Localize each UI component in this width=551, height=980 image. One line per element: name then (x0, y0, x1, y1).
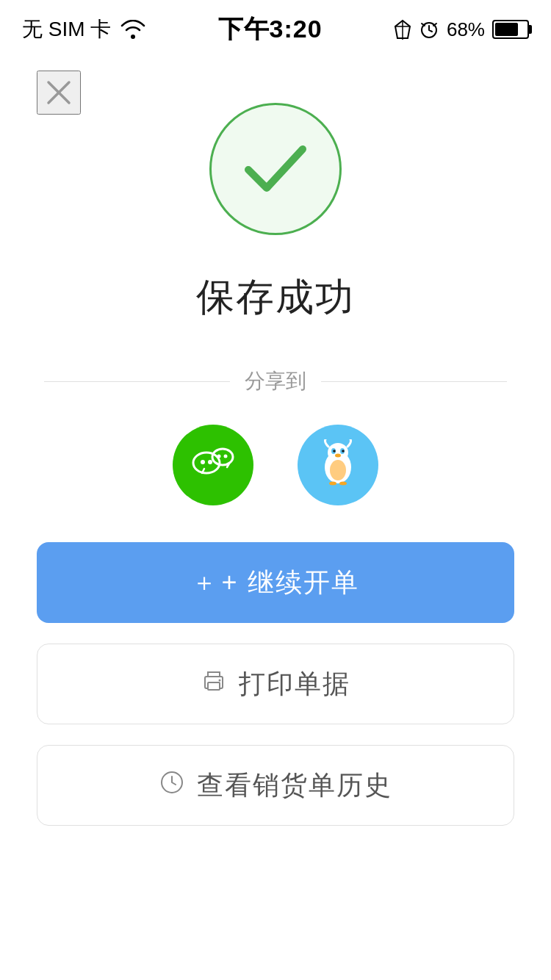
share-section: 分享到 (0, 367, 551, 505)
carrier-text: 无 SIM 卡 (22, 15, 111, 43)
svg-point-6 (208, 460, 212, 464)
wechat-icon (187, 439, 239, 491)
history-button[interactable]: 查看销货单历史 (37, 745, 514, 826)
close-button[interactable] (37, 71, 81, 115)
svg-point-15 (335, 454, 341, 458)
wechat-share-button[interactable] (173, 425, 253, 505)
print-button[interactable]: 打印单据 (37, 644, 514, 724)
qq-share-button[interactable] (298, 425, 378, 505)
divider-right (321, 381, 507, 382)
battery-icon (492, 20, 529, 39)
print-label: 打印单据 (239, 666, 350, 702)
battery-percentage: 68% (447, 18, 485, 41)
clock-icon-svg (159, 769, 185, 796)
success-title: 保存成功 (196, 272, 355, 323)
actions-section: ＋ + 继续开单 打印单据 查看销货单历 (0, 542, 551, 826)
close-icon (43, 76, 75, 109)
divider-left (44, 381, 230, 382)
continue-button[interactable]: ＋ + 继续开单 (37, 542, 514, 623)
svg-point-21 (219, 680, 221, 682)
svg-rect-20 (208, 682, 220, 690)
success-circle (209, 103, 342, 235)
printer-icon (201, 668, 227, 700)
svg-point-17 (329, 482, 336, 486)
history-label: 查看销货单历史 (197, 768, 392, 804)
main-content: 保存成功 分享到 (0, 59, 551, 826)
location-icon (394, 19, 411, 40)
divider-row: 分享到 (0, 367, 551, 395)
status-time: 下午3:20 (218, 12, 323, 46)
plus-icon: ＋ (192, 566, 217, 599)
svg-point-16 (330, 460, 346, 480)
svg-point-14 (342, 450, 345, 453)
svg-point-10 (328, 443, 348, 462)
status-right: 68% (394, 18, 529, 41)
alarm-icon (419, 19, 439, 40)
svg-point-5 (201, 460, 205, 464)
svg-point-18 (339, 482, 347, 486)
clock-icon (159, 769, 185, 801)
checkmark-icon (242, 143, 309, 195)
share-label: 分享到 (230, 367, 321, 395)
wifi-icon (120, 20, 146, 39)
svg-point-8 (224, 455, 228, 458)
svg-point-13 (333, 450, 336, 453)
qq-icon (312, 439, 364, 491)
svg-point-7 (217, 455, 221, 458)
continue-label: + 继续开单 (221, 565, 359, 601)
status-carrier: 无 SIM 卡 (22, 15, 146, 43)
share-icons-row (173, 425, 378, 505)
status-bar: 无 SIM 卡 下午3:20 68% (0, 0, 551, 59)
printer-icon-svg (201, 668, 227, 694)
svg-point-4 (212, 449, 233, 465)
